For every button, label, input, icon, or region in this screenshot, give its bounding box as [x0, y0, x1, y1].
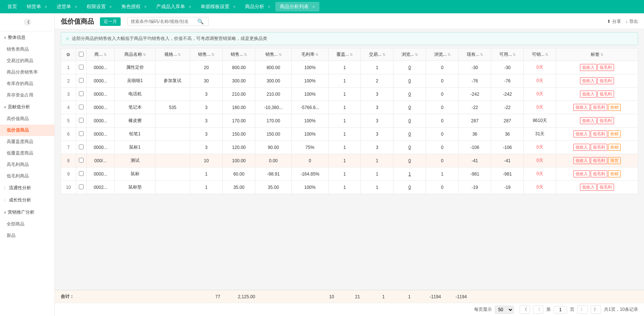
- sidebar-item-high-value[interactable]: 高价值商品: [0, 113, 54, 125]
- period-button[interactable]: 近一月: [100, 17, 121, 26]
- sidebar-item-category-sales-rate[interactable]: 商品分类销售率: [0, 67, 54, 78]
- cell-browse1[interactable]: 1: [393, 167, 426, 181]
- cell-browse1[interactable]: 0: [393, 154, 426, 167]
- row-checkbox[interactable]: [79, 171, 84, 176]
- cell-margin: 75%: [292, 141, 328, 154]
- sidebar-item-low-margin[interactable]: 低毛利商品: [0, 170, 54, 182]
- col-browse2[interactable]: 浏览...⇅: [426, 48, 459, 61]
- col-sellable[interactable]: 可销...⇅: [524, 48, 556, 61]
- browse1-link[interactable]: 1: [409, 171, 411, 177]
- cell-checkbox[interactable]: [76, 74, 86, 88]
- share-button[interactable]: ⬆ 分享: [607, 18, 621, 25]
- cell-browse1[interactable]: 0: [393, 61, 426, 74]
- cell-checkbox[interactable]: [76, 88, 86, 101]
- first-page-btn[interactable]: 《: [520, 305, 530, 314]
- sidebar-item-inventory-capital[interactable]: 库存资金占用: [0, 89, 54, 101]
- sidebar-item-traded[interactable]: 交易过的商品: [0, 55, 54, 67]
- col-code[interactable]: 商...⇅: [86, 48, 115, 61]
- nav-product-analysis-list[interactable]: 商品分析列表 ×: [275, 2, 319, 11]
- col-sales3[interactable]: 销售...⇅: [255, 48, 291, 61]
- sidebar-item-new-products[interactable]: 新品: [0, 230, 54, 241]
- col-spec[interactable]: 规格...⇅: [155, 48, 190, 61]
- select-all-checkbox[interactable]: [79, 52, 84, 57]
- sidebar-group-overall[interactable]: ∨ 整体信息: [0, 31, 54, 44]
- cell-checkbox[interactable]: [76, 181, 86, 194]
- nav-product-analysis[interactable]: 商品分析 ×: [241, 2, 275, 11]
- browse1-link[interactable]: 0: [409, 145, 411, 150]
- cell-browse1[interactable]: 0: [393, 74, 426, 88]
- sidebar-item-low-value[interactable]: 低价值商品: [0, 125, 54, 136]
- col-margin[interactable]: 毛利率⇅: [292, 48, 328, 61]
- browse1-link[interactable]: 0: [409, 92, 411, 97]
- nav-sales-order[interactable]: 销货单 ×: [22, 2, 51, 11]
- cell-checkbox[interactable]: [76, 141, 86, 154]
- browse1-link[interactable]: 0: [409, 78, 411, 84]
- col-coverage[interactable]: 覆盖...⇅: [328, 48, 361, 61]
- cell-checkbox[interactable]: [76, 114, 86, 128]
- browse1-link[interactable]: 0: [409, 185, 411, 190]
- col-name[interactable]: 商品名称⇅: [115, 48, 155, 61]
- cell-browse1[interactable]: 0: [393, 181, 426, 194]
- table-row: 3 0000... 电话机 3 210.00 210.00 100% 1 3 0…: [61, 88, 638, 101]
- page-number-input[interactable]: [554, 306, 567, 313]
- row-checkbox[interactable]: [79, 131, 84, 136]
- sidebar-item-in-stock[interactable]: 有库存的商品: [0, 78, 54, 89]
- col-tags[interactable]: 标签⇅: [556, 48, 638, 61]
- sidebar-group-circulation[interactable]: 〉 流通性分析: [0, 182, 54, 194]
- cell-browse1[interactable]: 0: [393, 141, 426, 154]
- cell-checkbox[interactable]: [76, 167, 86, 181]
- nav-home[interactable]: 首页: [3, 2, 21, 11]
- export-button[interactable]: ↓ 导出: [625, 18, 638, 25]
- search-input[interactable]: [131, 19, 197, 24]
- col-transaction[interactable]: 交易...⇅: [361, 48, 393, 61]
- next-page-btn[interactable]: 〉: [577, 305, 588, 314]
- sidebar-item-high-margin[interactable]: 高毛利商品: [0, 159, 54, 170]
- cell-browse1[interactable]: 0: [393, 128, 426, 141]
- browse1-link[interactable]: 0: [409, 118, 411, 123]
- sidebar-item-low-coverage[interactable]: 低覆盖度商品: [0, 147, 54, 159]
- browse1-link[interactable]: 0: [409, 132, 411, 137]
- sidebar-collapse-btn[interactable]: 《: [24, 18, 31, 26]
- sidebar-group-marketing[interactable]: ∨ 营销推广分析: [0, 206, 54, 218]
- sidebar-group-growth[interactable]: 〉 成长性分析: [0, 194, 54, 206]
- row-checkbox[interactable]: [79, 105, 84, 109]
- sidebar-group-contribution[interactable]: ∨ 贡献值分析: [0, 101, 54, 113]
- cell-browse1[interactable]: 0: [393, 101, 426, 114]
- col-browse1[interactable]: 浏览...⇅: [393, 48, 426, 61]
- nav-product-stock[interactable]: 产成品入库单 ×: [152, 2, 195, 11]
- col-sales1[interactable]: 销售...⇅: [190, 48, 222, 61]
- row-checkbox[interactable]: [79, 145, 84, 149]
- nav-template-settings[interactable]: 单据模板设置 ×: [196, 2, 240, 11]
- cell-coverage: 1: [328, 167, 361, 181]
- row-checkbox[interactable]: [79, 91, 84, 96]
- cell-checkbox[interactable]: [76, 101, 86, 114]
- col-settings[interactable]: ⚙: [61, 48, 76, 61]
- row-checkbox[interactable]: [79, 118, 84, 123]
- row-checkbox[interactable]: [79, 158, 84, 163]
- sidebar-item-sales-products[interactable]: 销售类商品: [0, 44, 54, 55]
- browse1-link[interactable]: 0: [409, 65, 411, 70]
- sidebar-item-all-products[interactable]: 全部商品: [0, 218, 54, 230]
- last-page-btn[interactable]: 》: [591, 305, 601, 314]
- nav-role-auth[interactable]: 角色授权 ×: [117, 2, 151, 11]
- row-checkbox[interactable]: [79, 78, 84, 83]
- table-footer: 合计： 77 2,125.00 10 21 1 1 -1194 -1194: [55, 290, 644, 303]
- per-page-select[interactable]: 50 100 200: [495, 306, 514, 314]
- row-checkbox[interactable]: [79, 184, 84, 189]
- col-current[interactable]: 现有...⇅: [459, 48, 491, 61]
- nav-permission[interactable]: 权限设置 ×: [82, 2, 116, 11]
- browse1-link[interactable]: 0: [409, 158, 411, 163]
- cell-checkbox[interactable]: [76, 61, 86, 74]
- cell-browse1[interactable]: 0: [393, 88, 426, 101]
- cell-browse1[interactable]: 0: [393, 114, 426, 128]
- nav-purchase-order[interactable]: 进货单 ×: [52, 2, 81, 11]
- cell-checkbox[interactable]: [76, 128, 86, 141]
- sidebar-item-high-coverage[interactable]: 高覆盖度商品: [0, 136, 54, 147]
- prev-page-btn[interactable]: 〈: [533, 305, 543, 314]
- browse1-link[interactable]: 0: [409, 105, 411, 110]
- row-checkbox[interactable]: [79, 65, 84, 69]
- cell-checkbox[interactable]: [76, 154, 86, 167]
- col-sales2[interactable]: 销售...⇅: [222, 48, 255, 61]
- col-checkbox[interactable]: [76, 48, 86, 61]
- col-available[interactable]: 可用...⇅: [491, 48, 524, 61]
